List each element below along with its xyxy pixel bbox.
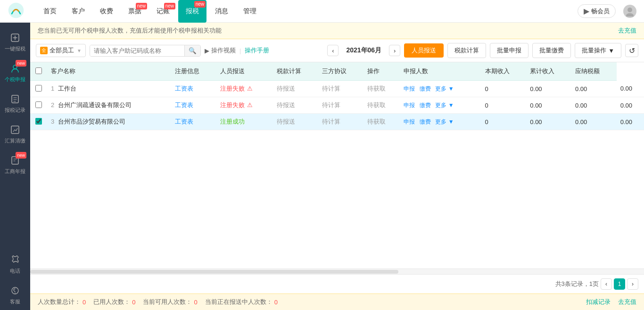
row1-more-btn[interactable]: 更多 ▼ (435, 85, 454, 93)
row1-triparty-label: 待获取 (367, 85, 386, 92)
op-video-icon: ▶ (205, 47, 209, 54)
sidebar-item-phone[interactable]: 电话 (0, 249, 30, 279)
table-wrap: 客户名称 注册信息 人员报送 税款计算 三方协议 操作 申报人数 本期收入 累计… (30, 62, 644, 268)
search-input[interactable] (90, 45, 184, 56)
sidebar-item-tax-record[interactable]: 报税记录 (0, 88, 30, 118)
th-current-income: 本期收入 (481, 62, 527, 81)
select-all-checkbox[interactable] (35, 67, 42, 74)
row3-pay-link[interactable]: 缴费 (420, 118, 431, 125)
annual-settle-icon (8, 123, 22, 136)
batch-submit-btn[interactable]: 批量申报 (490, 43, 528, 58)
recharge-link[interactable]: 去充值 (618, 26, 636, 35)
status-available-label: 当前可用人次数： (143, 298, 192, 306)
row3-reg-info-link[interactable]: 工资表 (175, 118, 193, 125)
row1-reg-status-icon[interactable]: ⚠ (247, 85, 253, 92)
nav-home[interactable]: 首页 (36, 0, 64, 23)
next-month-btn[interactable]: › (389, 45, 400, 56)
status-bar: 人次数量总计： 0 已用人次数： 0 当前可用人次数： 0 当前正在报送中人次数… (30, 293, 644, 310)
row3-report-count: 0 (481, 114, 527, 130)
month-nav: ‹ 2021年06月 › (327, 45, 400, 56)
current-page-btn[interactable]: 1 (614, 278, 625, 290)
svg-point-0 (8, 2, 24, 17)
row3-more-btn[interactable]: 更多 ▼ (435, 118, 454, 126)
prev-page-btn[interactable]: ‹ (601, 278, 612, 290)
status-total-label: 人次数量总计： (38, 298, 81, 306)
row3-tax-calc-label: 待计算 (322, 118, 340, 125)
row1-apply-link[interactable]: 申报 (404, 85, 415, 92)
row2-more-btn[interactable]: 更多 ▼ (435, 101, 454, 109)
tax-calc-btn[interactable]: 税款计算 (447, 43, 486, 58)
row1-reg-status-label[interactable]: 注册失败 (220, 85, 245, 92)
row3-checkbox[interactable] (35, 118, 42, 125)
support-label: 客服 (10, 298, 20, 305)
op-manual-btn[interactable]: 操作手册 (245, 46, 269, 55)
sidebar-item-annual-report[interactable]: 工商年报 new (0, 149, 30, 180)
row2-name: 2 台州广润疏通设备有限公司 (47, 97, 171, 114)
row2-reg-info: 工资表 (171, 97, 216, 114)
row1-pay-link[interactable]: 缴费 (420, 85, 431, 92)
op-video-btn[interactable]: ▶ 操作视频 (205, 46, 236, 55)
quick-tax-icon (8, 31, 22, 44)
prev-month-btn[interactable]: ‹ (327, 45, 339, 56)
row3-triparty: 待获取 (363, 114, 400, 130)
row2-checkbox-cell (30, 97, 47, 114)
search-button[interactable]: 🔍 (184, 45, 200, 56)
row1-checkbox[interactable] (35, 85, 42, 92)
main-content: 您当前已无可用个税申报人次数，充值后才能使用个税申报相关功能 去充值 全 全部员… (30, 23, 644, 310)
row2-reg-info-link[interactable]: 工资表 (175, 101, 193, 109)
row2-reg-status-label[interactable]: 注册失败 (220, 101, 245, 109)
table-row: 3 台州市品汐贸易有限公司 工资表 注册成功 待报送 (30, 114, 644, 130)
op-video-label: 操作视频 (211, 46, 236, 55)
user-avatar[interactable] (623, 5, 636, 18)
nav-fee[interactable]: 收费 (92, 0, 121, 23)
th-reg: 注册信息 (171, 62, 216, 81)
sidebar-item-quick-tax[interactable]: 一键报税 (0, 26, 30, 57)
scroll-bar-area[interactable] (30, 268, 644, 274)
row3-reg-status: 注册成功 (216, 114, 273, 130)
row3-apply-link[interactable]: 申报 (404, 118, 415, 125)
row1-total-income: 0.00 (571, 81, 617, 97)
status-recharge-link[interactable]: 去充值 (618, 298, 636, 306)
row2-reg-status-icon[interactable]: ⚠ (247, 101, 253, 109)
employee-select[interactable]: 全 全部员工 ▼ (36, 44, 86, 57)
staff-submit-btn[interactable]: 人员报送 (404, 43, 444, 58)
row3-tax-calc: 待计算 (318, 114, 363, 130)
divider-1: | (239, 47, 241, 54)
nav-invoice[interactable]: 票据 new (121, 0, 149, 23)
nav-client[interactable]: 客户 (64, 0, 92, 23)
scroll-track[interactable] (30, 270, 398, 274)
nav-bookkeeping[interactable]: 记账 new (149, 0, 177, 23)
annual-settle-label: 汇算清缴 (5, 137, 25, 144)
next-page-btn[interactable]: › (627, 278, 638, 290)
current-month: 2021年06月 (342, 46, 385, 55)
tax-record-label: 报税记录 (5, 107, 25, 114)
nav-tax[interactable]: 报税 new (178, 0, 206, 23)
member-label: 畅会员 (591, 7, 610, 16)
row1-reg-status: 注册失败 ⚠ (216, 81, 273, 97)
nav-message[interactable]: 消息 (207, 0, 236, 23)
member-button[interactable]: ▶ 畅会员 (578, 4, 616, 18)
row1-tax-calc-label: 待计算 (322, 85, 340, 92)
status-total-value: 0 (83, 299, 86, 306)
nav-manage[interactable]: 管理 (236, 0, 264, 23)
row1-checkbox-cell (30, 81, 47, 97)
row3-current-income: 0.00 (526, 114, 571, 130)
row2-apply-link[interactable]: 申报 (404, 102, 415, 109)
batch-ops-btn[interactable]: 批量操作 ▼ (575, 43, 621, 58)
sidebar-item-personal-tax[interactable]: 个税申报 new (0, 57, 30, 88)
batch-pay-btn[interactable]: 批量缴费 (532, 43, 571, 58)
row2-checkbox[interactable] (35, 101, 42, 108)
row1-reg-info-link[interactable]: 工资表 (175, 85, 193, 92)
logo[interactable] (8, 2, 26, 21)
th-ops: 操作 (363, 62, 400, 81)
sidebar-item-support[interactable]: 客服 (0, 279, 30, 310)
row2-pay-link[interactable]: 缴费 (420, 102, 431, 109)
refresh-btn[interactable]: ↺ (625, 44, 638, 57)
row1-name: 1 工作台 (47, 81, 171, 97)
row2-triparty: 待获取 (363, 97, 400, 114)
toolbar: 全 全部员工 ▼ 🔍 ▶ 操作视频 | 操作手册 ‹ 2021年06月 › (30, 39, 644, 62)
row1-staff-submit: 待报送 (273, 81, 318, 97)
sidebar-item-annual-settle[interactable]: 汇算清缴 (0, 118, 30, 149)
table-row: 2 台州广润疏通设备有限公司 工资表 注册失败 ⚠ 待报送 (30, 97, 644, 114)
deduction-record-link[interactable]: 扣减记录 (586, 298, 611, 306)
